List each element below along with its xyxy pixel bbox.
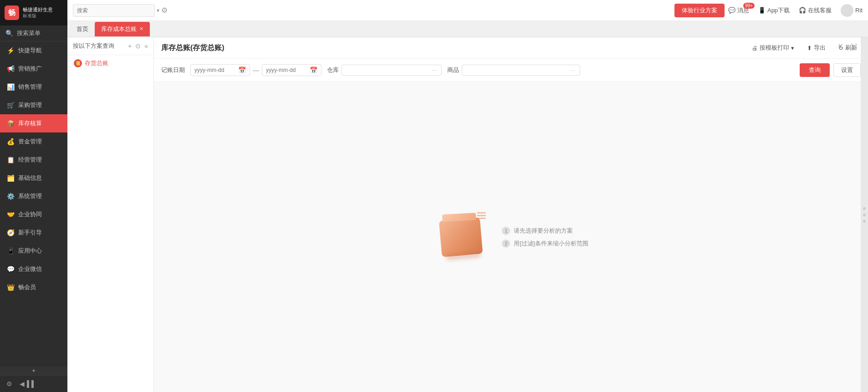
app-version: 标准版 — [23, 13, 53, 19]
collapse-scheme-icon[interactable]: « — [144, 42, 148, 50]
date-separator: — — [253, 66, 259, 74]
add-scheme-icon[interactable]: + — [128, 42, 132, 50]
settings-scheme-icon[interactable]: ⊙ — [135, 42, 141, 50]
operations-icon: 📋 — [6, 156, 15, 163]
date-start-input[interactable] — [194, 67, 235, 73]
left-panel-header: 按以下方案查询 + ⊙ « — [67, 37, 153, 55]
user-profile[interactable]: Rit — [841, 4, 863, 17]
sidebar-item-finance[interactable]: 💰 资金管理 — [0, 132, 67, 151]
inventory-icon: 📦 — [6, 120, 15, 127]
settings-button[interactable]: 设置 — [833, 63, 861, 77]
sidebar-item-operations[interactable]: 📋 经营管理 — [0, 151, 67, 169]
guide-icon: 🧭 — [6, 229, 15, 236]
avatar — [841, 4, 853, 17]
sidebar-item-label: 经营管理 — [18, 156, 42, 164]
content-wrapper: 按以下方案查询 + ⊙ « 📒 存货总账 — [67, 37, 868, 392]
sidebar-nav: ⚡ 快捷导航 📢 营销推广 📊 销售管理 🛒 采购管理 📦 库存核算 💰 资金管… — [0, 41, 67, 367]
sidebar-item-marketing[interactable]: 📢 营销推广 — [0, 60, 67, 78]
trial-button[interactable]: 体验行业方案 — [674, 4, 725, 17]
sidebar-item-label: 库存核算 — [18, 119, 42, 127]
sidebar-item-inventory[interactable]: 📦 库存核算 — [0, 114, 67, 132]
sidebar-item-wechat[interactable]: 💬 企业微信 — [0, 260, 67, 278]
filter-actions: 查询 设置 — [800, 63, 861, 77]
sidebar-item-label: 基础信息 — [18, 174, 42, 182]
warehouse-filter-group: 仓库 ··· — [327, 65, 442, 76]
tab-close-icon[interactable]: ✕ — [139, 26, 143, 32]
system-icon: ⚙️ — [6, 193, 15, 200]
left-panel-item-inventory-ledger[interactable]: 📒 存货总账 — [67, 55, 153, 71]
messages-button[interactable]: 💬 消息 99+ — [728, 6, 749, 15]
panel-close-icon[interactable]: ✕ — [836, 40, 845, 52]
app-download-label: App下载 — [767, 6, 790, 15]
sidebar-item-guide[interactable]: 🧭 新手引导 — [0, 224, 67, 242]
topbar-gear-icon[interactable]: ⚙ — [161, 6, 168, 15]
sidebar-search[interactable]: 🔍 搜索菜单 — [0, 25, 67, 41]
export-icon: ⬆ — [807, 45, 812, 51]
sidebar-item-quick-nav[interactable]: ⚡ 快捷导航 — [0, 41, 67, 60]
tab-home-label: 首页 — [77, 25, 88, 33]
page-title: 库存总账(存货总账) — [161, 43, 225, 53]
sidebar-item-system[interactable]: ⚙️ 系统管理 — [0, 187, 67, 205]
export-button[interactable]: ⬆ 导出 — [803, 42, 829, 54]
sidebar-item-app-center[interactable]: 📱 应用中心 — [0, 242, 67, 260]
sidebar-item-basic-info[interactable]: 🗂️ 基础信息 — [0, 169, 67, 187]
handle-dot-2 — [863, 214, 866, 216]
sidebar-item-cooperation[interactable]: 🤝 企业协同 — [0, 205, 67, 224]
user-name: Rit — [855, 7, 863, 14]
sidebar-scroll-down[interactable]: ▼ — [0, 367, 67, 375]
print-by-template-button[interactable]: 🖨 按模板打印 ▾ — [748, 42, 798, 54]
warehouse-more-icon[interactable]: ··· — [432, 67, 437, 73]
sidebar-item-label: 快捷导航 — [18, 46, 42, 55]
date-filter-label: 记账日期 — [161, 66, 185, 74]
panel-expand-icon[interactable]: ⛶ — [849, 41, 859, 52]
sidebar-item-purchase[interactable]: 🛒 采购管理 — [0, 96, 67, 114]
calendar-end-icon[interactable]: 📅 — [310, 66, 317, 74]
empty-hint-2: 2 用[过滤]条件来缩小分析范围 — [502, 239, 588, 248]
basic-info-icon: 🗂️ — [6, 174, 15, 182]
settings-bottom-icon[interactable]: ⚙ — [6, 380, 12, 387]
message-icon: 💬 — [728, 7, 735, 14]
online-service-button[interactable]: 🎧 在线客服 — [799, 6, 832, 15]
app-center-icon: 📱 — [6, 247, 15, 255]
sidebar-item-member[interactable]: 👑 畅会员 — [0, 278, 67, 296]
empty-illustration — [434, 210, 488, 265]
topbar: ▾ ⚙ 体验行业方案 💬 消息 99+ 📱 App下载 🎧 在线客服 Rit — [67, 0, 868, 21]
date-end-input[interactable] — [266, 67, 307, 73]
topbar-right: 💬 消息 99+ 📱 App下载 🎧 在线客服 Rit — [728, 4, 863, 17]
topbar-search-input[interactable] — [73, 4, 155, 17]
date-end-input-wrapper: 📅 — [262, 64, 322, 76]
goods-select[interactable]: ··· — [462, 65, 580, 76]
empty-state: 1 请先选择要分析的方案 2 用[过滤]条件来缩小分析范围 — [154, 82, 868, 392]
online-service-label: 在线客服 — [808, 6, 832, 15]
left-panel: 按以下方案查询 + ⊙ « 📒 存货总账 — [67, 37, 154, 392]
sidebar-item-label: 新手引导 — [18, 229, 42, 237]
print-dropdown-icon: ▾ — [791, 45, 794, 51]
goods-label: 商品 — [447, 66, 459, 74]
tab-inventory-cost-ledger[interactable]: 库存成本总账 ✕ — [95, 22, 150, 36]
query-button[interactable]: 查询 — [800, 63, 830, 77]
warehouse-select[interactable]: ··· — [342, 65, 442, 76]
sidebar-item-label: 应用中心 — [18, 247, 42, 255]
empty-lines — [477, 212, 486, 219]
goods-more-icon[interactable]: ··· — [571, 67, 575, 73]
page-header: 库存总账(存货总账) 🖨 按模板打印 ▾ ⬆ 导出 ↻ — [154, 37, 868, 59]
topbar-chevron-icon[interactable]: ▾ — [157, 7, 159, 14]
app-download-button[interactable]: 📱 App下载 — [758, 6, 790, 15]
finance-icon: 💰 — [6, 138, 15, 145]
print-icon: 🖨 — [752, 45, 758, 51]
empty-hint-2-text: 用[过滤]条件来缩小分析范围 — [514, 239, 588, 248]
panel-controls: ✕ ⛶ — [836, 40, 859, 52]
sidebar-item-label: 采购管理 — [18, 101, 42, 109]
floating-right-handle[interactable] — [861, 37, 868, 392]
tab-home[interactable]: 首页 — [70, 22, 95, 36]
content: 按以下方案查询 + ⊙ « 📒 存货总账 — [67, 37, 868, 392]
marketing-icon: 📢 — [6, 65, 15, 72]
cooperation-icon: 🤝 — [6, 211, 15, 218]
empty-line-1 — [477, 212, 486, 214]
audio-bottom-icon[interactable]: ◀▐▐ — [20, 380, 34, 387]
sales-icon: 📊 — [6, 83, 15, 91]
left-panel-title: 按以下方案查询 — [73, 42, 114, 50]
empty-line-3 — [477, 218, 486, 219]
sidebar-item-sales[interactable]: 📊 销售管理 — [0, 78, 67, 96]
calendar-start-icon[interactable]: 📅 — [238, 66, 246, 74]
